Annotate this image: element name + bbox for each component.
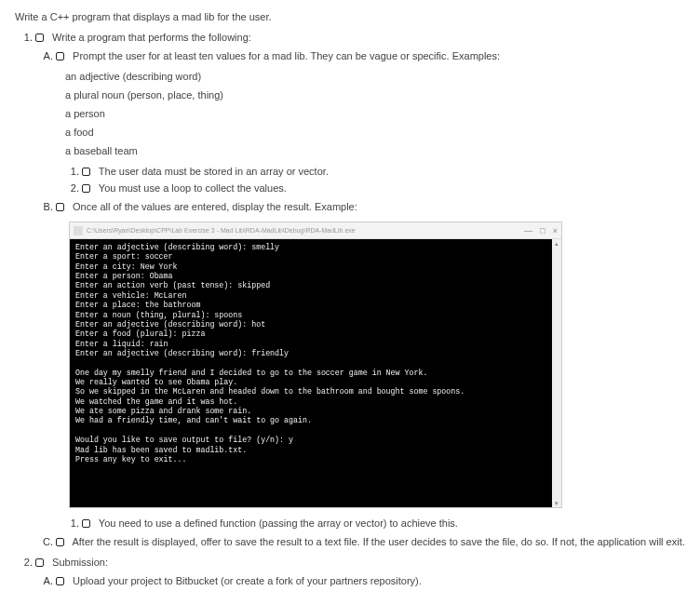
step-1A1-text: The user data must be stored in an array… [99, 166, 329, 177]
step-1A: Prompt the user for at least ten values … [56, 50, 685, 194]
step-1A-text: Prompt the user for at least ten values … [73, 50, 500, 61]
minimize-icon[interactable]: — [524, 226, 532, 235]
checkbox-icon [56, 577, 64, 585]
step-1B1-text: You need to use a defined function (pass… [99, 517, 458, 529]
checkbox-icon [82, 184, 90, 193]
chevron-up-icon[interactable]: ▴ [555, 240, 559, 247]
checkbox-icon [56, 538, 64, 546]
app-icon [74, 226, 83, 235]
step-1A2-text: You must use a loop to collect the value… [99, 182, 287, 194]
terminal-titlebar: C:\Users\Ryan\Desktop\CPP\Lab Exercise 3… [70, 222, 561, 239]
example-text: a baseball team [65, 145, 138, 156]
maximize-icon[interactable]: □ [540, 226, 545, 235]
step-2: Submission: Upload your project to Bitbu… [35, 557, 685, 591]
checkbox-icon [35, 34, 44, 42]
step-1A2: You must use a loop to collect the value… [82, 182, 685, 194]
step-1C: After the result is displayed, offer to … [56, 536, 685, 547]
scrollbar[interactable]: ▴ ▾ [552, 239, 561, 507]
step-1-text: Write a program that performs the follow… [52, 32, 251, 43]
terminal-screenshot: C:\Users\Ryan\Desktop\CPP\Lab Exercise 3… [69, 222, 685, 508]
close-icon[interactable]: × [553, 226, 558, 235]
page-title: Write a C++ program that displays a mad … [15, 11, 685, 22]
terminal-title-text: C:\Users\Ryan\Desktop\CPP\Lab Exercise 3… [87, 227, 356, 234]
example-item: a person [65, 108, 685, 119]
step-2-text: Submission: [52, 557, 108, 568]
terminal-output: Enter an adjective (describing word): sm… [70, 239, 561, 507]
example-text: a person [65, 108, 105, 119]
example-text: a food [65, 127, 94, 138]
step-1B-text: Once all of the values are entered, disp… [73, 201, 357, 212]
step-1A1: The user data must be stored in an array… [82, 166, 685, 177]
chevron-down-icon[interactable]: ▾ [555, 500, 559, 506]
checkbox-icon [56, 52, 64, 60]
example-item: a food [65, 127, 685, 138]
step-1B1: You need to use a defined function (pass… [82, 517, 685, 529]
example-item: a baseball team [65, 145, 685, 156]
terminal-window: C:\Users\Ryan\Desktop\CPP\Lab Exercise 3… [69, 222, 562, 508]
step-1: Write a program that performs the follow… [35, 32, 685, 547]
checkbox-icon [82, 168, 90, 176]
step-1C-text: After the result is displayed, offer to … [72, 536, 684, 547]
checkbox-icon [56, 203, 64, 211]
checkbox-icon [35, 558, 44, 567]
step-2A-text: Upload your project to Bitbucket (or cre… [73, 575, 422, 586]
example-text: an adjective (describing word) [65, 71, 201, 82]
step-1B: Once all of the values are entered, disp… [56, 201, 685, 529]
example-item: a plural noun (person, place, thing) [65, 89, 685, 101]
checkbox-icon [82, 519, 90, 528]
example-item: an adjective (describing word) [65, 71, 685, 82]
example-text: a plural noun (person, place, thing) [65, 89, 223, 101]
step-2A: Upload your project to Bitbucket (or cre… [56, 575, 685, 586]
